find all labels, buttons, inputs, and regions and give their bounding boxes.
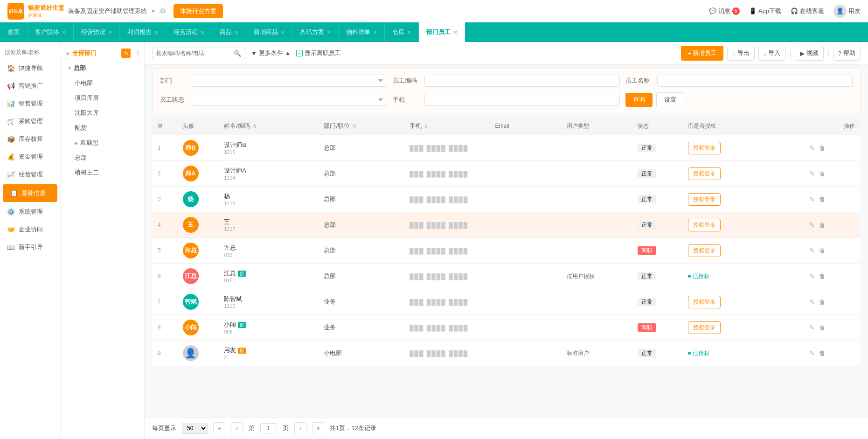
help-btn[interactable]: ? 帮助 bbox=[833, 46, 861, 61]
edit-icon[interactable]: ✎ bbox=[809, 221, 815, 229]
next-page-btn[interactable]: › bbox=[294, 422, 306, 434]
sidebar-item-system[interactable]: ⚙️ 系统管理 bbox=[0, 203, 60, 221]
message-item[interactable]: 💬 消息 5 bbox=[709, 7, 740, 15]
dept-item-root[interactable]: ▼ 总部 bbox=[61, 61, 144, 76]
show-inactive-checkbox[interactable]: ✓ bbox=[296, 50, 303, 56]
dept-item-project[interactable]: 项目库房 bbox=[61, 91, 144, 105]
search-icon[interactable]: 🔍 bbox=[234, 50, 241, 57]
set-btn[interactable]: 设置 bbox=[656, 92, 684, 107]
sidebar-item-basic[interactable]: 📋 基础信息 bbox=[3, 184, 57, 202]
dept-edit-icon[interactable]: ✎ bbox=[121, 49, 131, 58]
page-input[interactable] bbox=[260, 423, 277, 433]
tab-barcode-close[interactable]: ✕ bbox=[327, 30, 331, 35]
tab-warehouse-close[interactable]: ✕ bbox=[407, 30, 411, 35]
user-item[interactable]: 👤 用友 bbox=[833, 5, 861, 18]
sidebar-item-finance[interactable]: 💰 资金管理 bbox=[0, 148, 60, 166]
tab-warehouse[interactable]: 仓库 ✕ bbox=[385, 22, 419, 42]
cell-auth[interactable]: 授权登录 bbox=[682, 135, 768, 161]
cell-auth[interactable]: 授权登录 bbox=[682, 212, 768, 238]
dept-collapse-icon[interactable]: 《 bbox=[133, 49, 139, 57]
auth-btn[interactable]: 授权登录 bbox=[688, 193, 721, 206]
auth-btn[interactable]: 授权登录 bbox=[688, 142, 721, 154]
add-employee-btn[interactable]: + 新增员工 bbox=[681, 46, 724, 61]
view-btn[interactable]: ▶ 视频 bbox=[795, 46, 824, 61]
sidebar-item-coop[interactable]: 🤝 企业协同 bbox=[0, 221, 60, 238]
tab-employee-close[interactable]: ✕ bbox=[453, 30, 457, 35]
th-dept[interactable]: 部门/职位 ⇅ bbox=[318, 117, 404, 135]
adv-status-select[interactable] bbox=[192, 94, 387, 106]
edit-icon[interactable]: ✎ bbox=[809, 144, 815, 152]
tab-home[interactable]: 首页 bbox=[0, 22, 28, 42]
tab-bom-close[interactable]: ✕ bbox=[373, 30, 377, 35]
edit-icon[interactable]: ✎ bbox=[809, 298, 815, 306]
sidebar-item-business[interactable]: 📈 经营管理 bbox=[0, 166, 60, 183]
cell-auth[interactable]: 授权登录 bbox=[682, 161, 768, 187]
first-page-btn[interactable]: « bbox=[213, 422, 225, 434]
tab-add-goods[interactable]: 新增商品 ✕ bbox=[246, 22, 292, 42]
dept-item-delivery[interactable]: 配货 bbox=[61, 120, 144, 135]
dept-item-zongbu[interactable]: 总部 bbox=[61, 150, 144, 165]
sidebar-item-guide[interactable]: 📖 新手引导 bbox=[0, 238, 60, 256]
tab-customer[interactable]: 客户联络 ✕ bbox=[28, 22, 74, 42]
app-download-item[interactable]: 📱 App下载 bbox=[749, 7, 781, 15]
adv-empname-input[interactable] bbox=[657, 75, 853, 87]
delete-icon[interactable]: 🗑 bbox=[819, 349, 825, 357]
dept-item-shuanglu[interactable]: ▶ 双鹿想 bbox=[61, 135, 144, 150]
edit-icon[interactable]: ✎ bbox=[809, 324, 815, 331]
settings-icon[interactable]: ⚙ bbox=[160, 7, 166, 15]
cell-auth[interactable]: 授权登录 bbox=[682, 238, 768, 264]
delete-icon[interactable]: 🗑 bbox=[819, 144, 825, 152]
search-input[interactable] bbox=[156, 50, 231, 56]
delete-icon[interactable]: 🗑 bbox=[819, 247, 825, 254]
tab-customer-close[interactable]: ✕ bbox=[62, 30, 66, 35]
auth-btn[interactable]: 授权登录 bbox=[688, 321, 721, 334]
sidebar-item-sales[interactable]: 📊 销售管理 bbox=[0, 95, 60, 112]
last-page-btn[interactable]: » bbox=[312, 422, 324, 434]
delete-icon[interactable]: 🗑 bbox=[819, 170, 825, 177]
edit-icon[interactable]: ✎ bbox=[809, 170, 815, 177]
delete-icon[interactable]: 🗑 bbox=[819, 221, 825, 229]
tab-history-close[interactable]: ✕ bbox=[201, 30, 204, 35]
cell-auth[interactable]: 已授权 bbox=[682, 264, 768, 289]
dept-item-shenyang[interactable]: 沈阳大库 bbox=[61, 105, 144, 120]
show-inactive-label[interactable]: ✓ 显示离职员工 bbox=[296, 49, 341, 57]
tab-profit[interactable]: 利润报告 ✕ bbox=[120, 22, 166, 42]
tab-operations[interactable]: 经营情况 ✕ bbox=[74, 22, 120, 42]
tab-history[interactable]: 经营历程 ✕ bbox=[166, 22, 212, 42]
adv-empcode-input[interactable] bbox=[424, 75, 620, 87]
trial-button[interactable]: 体验行业方案 bbox=[174, 4, 223, 18]
sidebar-item-marketing[interactable]: 📢 营销推广 bbox=[0, 77, 60, 95]
tab-bom[interactable]: 物料清单 ✕ bbox=[339, 22, 385, 42]
cell-auth[interactable]: 授权登录 bbox=[682, 289, 768, 315]
delete-icon[interactable]: 🗑 bbox=[819, 195, 825, 203]
import-btn[interactable]: ↓ 导入 bbox=[758, 46, 786, 61]
tab-operations-close[interactable]: ✕ bbox=[108, 30, 112, 35]
delete-icon[interactable]: 🗑 bbox=[819, 272, 825, 280]
tab-profit-close[interactable]: ✕ bbox=[154, 30, 158, 35]
sidebar-item-purchase[interactable]: 🛒 采购管理 bbox=[0, 112, 60, 130]
page-size-select[interactable]: 50 20 100 bbox=[182, 423, 208, 434]
tab-goods-close[interactable]: ✕ bbox=[235, 30, 238, 35]
cell-auth[interactable]: 已授权 bbox=[682, 341, 768, 366]
online-service-item[interactable]: 🎧 在线客服 bbox=[791, 7, 824, 15]
export-btn[interactable]: ↑ 导出 bbox=[727, 46, 755, 61]
delete-icon[interactable]: 🗑 bbox=[819, 298, 825, 306]
sidebar-item-shortcut[interactable]: 🏠 快捷导航 bbox=[0, 59, 60, 77]
th-settings[interactable]: ⚙ bbox=[152, 117, 177, 135]
edit-icon[interactable]: ✎ bbox=[809, 247, 815, 254]
th-name[interactable]: 姓名/编码 ⇅ bbox=[218, 117, 318, 135]
edit-icon[interactable]: ✎ bbox=[809, 272, 815, 280]
cell-auth[interactable]: 授权登录 bbox=[682, 315, 768, 341]
more-filter-btn[interactable]: ▼ 更多条件 ▲ bbox=[251, 49, 291, 57]
th-phone[interactable]: 手机 ⇅ bbox=[404, 117, 490, 135]
auth-btn[interactable]: 授权登录 bbox=[688, 244, 721, 257]
prev-page-btn[interactable]: ‹ bbox=[231, 422, 243, 434]
tab-add-goods-close[interactable]: ✕ bbox=[281, 30, 285, 35]
tab-barcode[interactable]: 条码方案 ✕ bbox=[292, 22, 339, 42]
auth-btn[interactable]: 授权登录 bbox=[688, 219, 721, 231]
auth-btn[interactable]: 授权登录 bbox=[688, 296, 721, 308]
sidebar-item-inventory[interactable]: 📦 库存核算 bbox=[0, 130, 60, 148]
query-btn[interactable]: 查询 bbox=[625, 93, 653, 107]
cell-auth[interactable]: 授权登录 bbox=[682, 187, 768, 212]
edit-icon[interactable]: ✎ bbox=[809, 349, 815, 357]
